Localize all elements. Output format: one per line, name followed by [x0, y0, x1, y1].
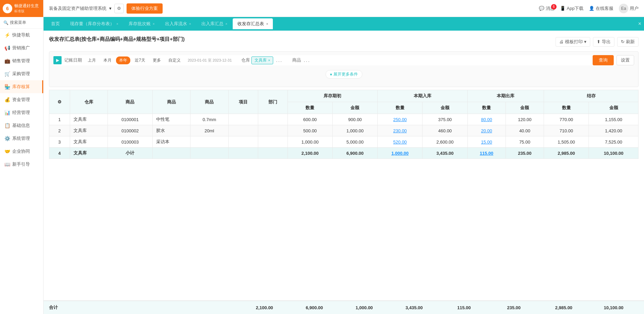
row1-in-qty-link[interactable]: 250.00 — [393, 117, 407, 122]
filter-collapse-button[interactable]: ▶ — [53, 56, 62, 64]
sidebar-item-system[interactable]: ⚙️ 系统管理 — [0, 132, 43, 145]
sidebar-item-search[interactable]: 🔍 搜索菜单 — [0, 17, 43, 29]
export-button[interactable]: ⬆ 导出 — [593, 37, 614, 47]
sidebar-item-purchase[interactable]: 🛒 采购管理 — [0, 67, 43, 80]
subtotal-out-qty[interactable]: 115.00 — [467, 148, 506, 159]
trial-button[interactable]: 体验行业方案 — [127, 3, 163, 14]
sidebar-item-marketing[interactable]: 📢 营销推广 — [0, 42, 43, 54]
col-group-in: 本期入库 — [378, 90, 468, 102]
col-product-spec: 商品 — [190, 90, 228, 114]
date-btn-this-month[interactable]: 本月 — [100, 56, 115, 64]
settings-button[interactable]: ⚙ — [114, 4, 124, 13]
tab-close-in-out-flow[interactable]: × — [189, 22, 191, 26]
online-service-button[interactable]: 👤 在线客服 — [589, 5, 613, 12]
row2-spec: 20ml — [190, 125, 228, 136]
page-content: 收发存汇总表(按仓库+商品编码+商品+规格型号+项目+部门) 🖨 模板打印 ▾ … — [44, 31, 644, 314]
subtotal-opening-amt: 6,900.00 — [332, 148, 377, 159]
col-project: 项目 — [229, 90, 258, 114]
settings-filter-button[interactable]: 设置 — [616, 55, 634, 65]
tabbar: 首页 现存量（库存分布表） × 库存批次账 × 出入库流水 × 出入库汇总 × … — [44, 17, 644, 31]
tab-close-collect-summary[interactable]: × — [266, 22, 268, 26]
tab-in-out-summary[interactable]: 出入库汇总 × — [197, 18, 232, 29]
col-warehouse: 仓库 — [70, 90, 108, 114]
row1-out-qty-link[interactable]: 80.00 — [481, 117, 492, 122]
date-btn-more[interactable]: 更多 — [150, 56, 164, 64]
warehouse-tag[interactable]: 文具库 × — [251, 56, 273, 64]
sidebar-item-finance[interactable]: 💰 资金管理 — [0, 93, 43, 106]
subtotal-label: 小计 — [108, 148, 152, 159]
row3-in-qty-link[interactable]: 520.00 — [393, 139, 407, 145]
export-label: 导出 — [602, 39, 611, 45]
subtotal-in-qty-link[interactable]: 1,000.00 — [391, 151, 409, 156]
tab-in-out-flow[interactable]: 出入库流水 × — [160, 18, 196, 29]
date-range: 2023-01-01 至 2023-12-31 — [188, 58, 232, 63]
tab-close-in-out-summary[interactable]: × — [226, 22, 228, 26]
tab-collect-summary-label: 收发存汇总表 — [237, 21, 264, 27]
warehouse-tag-close[interactable]: × — [268, 59, 270, 62]
goods-more-button[interactable]: ... — [304, 57, 310, 63]
sidebar-item-operation[interactable]: 📊 经营管理 — [0, 106, 43, 119]
service-icon: 👤 — [589, 6, 594, 11]
sidebar-item-sales[interactable]: 💼 销售管理 — [0, 54, 43, 67]
date-filter-label: 记账日期 — [64, 57, 82, 63]
row2-no: 2 — [49, 125, 70, 136]
sidebar-item-basic[interactable]: 📋 基础信息 — [0, 119, 43, 132]
sidebar-item-quick-nav[interactable]: ⚡ 快捷导航 — [0, 29, 43, 42]
query-button[interactable]: 查询 — [593, 55, 614, 65]
row3-name: 采访本 — [153, 136, 191, 148]
row2-in-qty[interactable]: 230.00 — [378, 125, 423, 136]
col-opening-qty: 数量 — [287, 102, 332, 114]
col-group-out: 本期出库 — [467, 90, 544, 102]
message-button[interactable]: 💬 消息 6 — [539, 5, 555, 12]
tab-home[interactable]: 首页 — [46, 18, 65, 29]
date-btn-last-month[interactable]: 上月 — [85, 56, 99, 64]
subtotal-out-qty-link[interactable]: 115.00 — [480, 151, 493, 156]
warehouse-more-button[interactable]: ... — [276, 57, 282, 63]
user-button[interactable]: Ea 用户 — [619, 4, 639, 13]
tab-collect-summary[interactable]: 收发存汇总表 × — [233, 18, 273, 29]
date-btn-this-year[interactable]: 本年 — [116, 56, 130, 64]
row2-in-qty-link[interactable]: 230.00 — [393, 128, 407, 133]
row1-in-qty[interactable]: 250.00 — [378, 114, 423, 125]
row1-out-qty[interactable]: 80.00 — [467, 114, 506, 125]
subtotal-row: 4 文具库 小计 2,100.00 6,900.00 1,000.00 3,43… — [49, 148, 639, 159]
tab-close-inventory-dist[interactable]: × — [116, 22, 118, 26]
row3-in-qty[interactable]: 520.00 — [378, 136, 423, 148]
row3-out-qty[interactable]: 15.00 — [467, 136, 506, 148]
row3-out-qty-link[interactable]: 15.00 — [481, 139, 492, 145]
enterprise-icon: 🤝 — [4, 149, 10, 154]
expand-more-button[interactable]: ▾ 展开更多条件 — [326, 70, 362, 79]
app-download-button[interactable]: 📱 App下载 — [560, 5, 583, 12]
row2-out-qty-link[interactable]: 20.00 — [481, 128, 492, 133]
table-footer: 合计 2,100.00 6,900.00 1,000.00 3,435.00 1… — [44, 300, 644, 314]
row3-warehouse: 文具库 — [70, 136, 108, 148]
sidebar-item-label: 采购管理 — [12, 71, 30, 77]
row3-out-amt: 75.00 — [506, 136, 544, 148]
row2-out-qty[interactable]: 20.00 — [467, 125, 506, 136]
tab-close-batch-ledger[interactable]: × — [153, 22, 155, 26]
subtotal-in-amt: 3,435.00 — [423, 148, 467, 159]
row3-in-amt: 2,600.00 — [423, 136, 467, 148]
row1-code: 0100001 — [108, 114, 152, 125]
total-opening-qty: 2,100.00 — [240, 305, 290, 310]
row1-opening-amt: 900.00 — [332, 114, 377, 125]
refresh-button[interactable]: ↻ 刷新 — [617, 37, 639, 47]
row1-no: 1 — [49, 114, 70, 125]
template-print-label: 模板打印 — [565, 39, 583, 45]
tabbar-close-button[interactable]: × — [638, 21, 641, 27]
subtotal-in-qty[interactable]: 1,000.00 — [378, 148, 423, 159]
tab-batch-ledger[interactable]: 库存批次账 × — [124, 18, 160, 29]
sidebar-item-enterprise[interactable]: 🤝 企业协同 — [0, 145, 43, 158]
col-group-opening: 库存期初 — [287, 90, 378, 102]
logo-title: 畅捷通好生意 — [14, 3, 39, 9]
template-print-button[interactable]: 🖨 模板打印 ▾ — [556, 37, 590, 47]
sidebar-item-inventory[interactable]: 🏪 库存核算 — [0, 80, 43, 93]
row1-project — [229, 114, 258, 125]
sidebar-item-guide[interactable]: 📖 新手引导 — [0, 158, 43, 171]
system-dropdown[interactable]: ▾ — [109, 6, 112, 11]
date-btn-7days[interactable]: 近7天 — [132, 56, 148, 64]
row2-out-amt: 40.00 — [506, 125, 544, 136]
tab-inventory-dist[interactable]: 现存量（库存分布表） × — [65, 18, 123, 29]
table-settings-icon[interactable]: ⚙ — [49, 90, 70, 114]
date-btn-custom[interactable]: 自定义 — [165, 56, 184, 64]
